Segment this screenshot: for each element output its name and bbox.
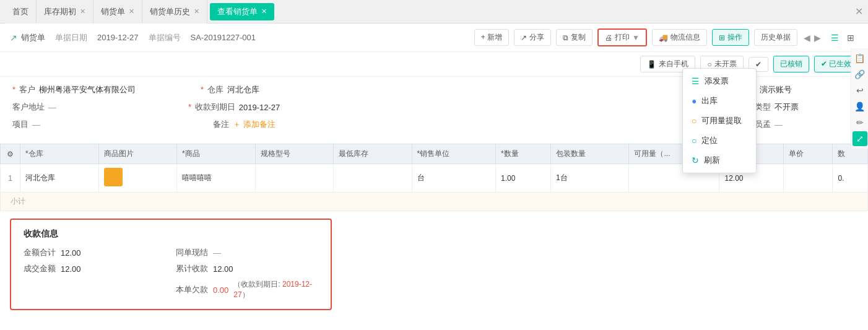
tab-sales-history[interactable]: 销货单历史 ✕ — [142, 0, 207, 24]
product-image — [104, 168, 123, 186]
row-quantity: 1.00 — [496, 164, 551, 193]
owed-value: 0.00 — [213, 285, 228, 295]
address-field: 客户地址 — — [12, 102, 136, 113]
same-order-value: — — [213, 248, 221, 258]
col-sales-unit: *销售单位 — [412, 144, 496, 164]
col-product: *商品 — [177, 144, 256, 164]
edit-icon: ✏ — [856, 118, 864, 128]
share-button[interactable]: ↗ 分享 — [514, 29, 551, 46]
number-label: 单据编号 — [149, 32, 181, 43]
add-invoice-item[interactable]: ☰ 添发票 — [683, 71, 756, 91]
warehouse-label: * 仓库 — [201, 84, 224, 95]
outbound-icon: ● — [692, 96, 697, 106]
col-image: 商品图片 — [98, 144, 177, 164]
warehouse-value: 河北仓库 — [227, 84, 259, 95]
customer-label: * 客户 — [12, 84, 35, 95]
copy-icon: ⧉ — [563, 33, 568, 42]
rt-expand-button[interactable]: ⤢ — [853, 131, 867, 146]
refresh-item[interactable]: ↻ 刷新 — [683, 150, 756, 170]
row-amount: 0. — [833, 164, 868, 193]
subtotal-row: 小计 — [1, 193, 868, 211]
col-warehouse: *仓库 — [20, 144, 99, 164]
owed-item — [24, 279, 166, 300]
doc-title-area: ↗ 销货单 — [10, 32, 45, 43]
project-value: — — [32, 120, 40, 129]
due-date-value: 2019-12-27 — [239, 103, 280, 112]
history-button[interactable]: 历史单据 — [754, 29, 797, 46]
col-quantity: *数量 — [496, 144, 551, 164]
date-label: 单据日期 — [55, 32, 87, 43]
staff2-value: — — [775, 120, 783, 129]
prev-arrow[interactable]: ◀ — [802, 33, 812, 43]
tab-sales-order[interactable]: 销货单 ✕ — [93, 0, 142, 24]
grid-view-button[interactable]: ⊞ — [843, 30, 858, 45]
refresh-icon: ↻ — [692, 155, 699, 165]
warehouse-field: * 仓库 河北仓库 — [201, 84, 324, 95]
transaction-value: 12.00 — [61, 264, 81, 274]
available-icon: ○ — [692, 116, 697, 126]
expand-icon: ⤢ — [856, 134, 864, 144]
project-field: 项目 — — [12, 119, 136, 130]
rt-user-button[interactable]: 👤 — [853, 99, 867, 114]
row-image — [98, 164, 177, 193]
rt-reply-button[interactable]: ↩ — [853, 83, 867, 98]
row-min-stock — [334, 164, 412, 193]
same-order-label: 同单现结 — [176, 247, 208, 258]
view-toggle: ☰ ⊞ — [827, 30, 858, 45]
col-spec: 规格型号 — [255, 144, 334, 164]
doc-icon: ↗ — [10, 33, 17, 43]
ticket-value: 不开票 — [775, 102, 799, 113]
transaction-item: 成交金额 12.00 — [24, 263, 166, 274]
mobile-icon: 📱 — [647, 60, 656, 69]
tab-close-view-sales[interactable]: ✕ — [261, 7, 267, 15]
print-button[interactable]: 🖨 打印 ▼ — [597, 28, 647, 46]
right-toolbar: 📋 🔗 ↩ 👤 ✏ ⤢ — [851, 48, 868, 149]
number-value: SA-20191227-001 — [191, 33, 256, 42]
row-number: 1 — [1, 164, 20, 193]
window-close-button[interactable]: ✕ — [855, 6, 863, 17]
confirmed-status[interactable]: 已核销 — [773, 56, 809, 72]
tab-inventory-init[interactable]: 库存期初 ✕ — [37, 0, 93, 24]
outbound-item[interactable]: ● 出库 — [683, 91, 756, 111]
row-warehouse: 河北仓库 — [20, 164, 99, 193]
address-value: — — [48, 103, 56, 112]
customer-field: * 客户 柳州粤港平安气体有限公司 — [12, 84, 136, 95]
truck-icon: 🚚 — [659, 33, 668, 42]
copy-button[interactable]: ⧉ 复制 — [556, 29, 592, 46]
add-note-button[interactable]: ＋ 添加备注 — [233, 119, 276, 130]
locate-item[interactable]: ○ 定位 — [683, 131, 756, 150]
owed-full-item: 本单欠款 0.00 （收款到期日: 2019-12-27） — [176, 279, 318, 300]
grid-icon: ⊞ — [719, 33, 725, 42]
tab-view-sales[interactable]: 查看销货单 ✕ — [210, 3, 274, 20]
col-settings: ⚙ — [1, 144, 20, 164]
staff-value: 演示账号 — [760, 84, 792, 95]
operations-button[interactable]: ⊞ 操作 — [712, 29, 749, 46]
rt-clipboard-button[interactable]: 📋 — [853, 51, 867, 66]
doc-actions: + 新增 ↗ 分享 ⧉ 复制 🖨 打印 ▼ 🚚 物流信息 ⊞ 操作 — [474, 28, 858, 46]
subtotal-label: 小计 — [1, 193, 868, 211]
confirm-icon: ✔ — [755, 60, 762, 69]
cumulative-item: 累计收款 12.00 — [176, 263, 318, 274]
nav-arrows: ◀ ▶ — [802, 33, 822, 43]
list-view-button[interactable]: ☰ — [827, 30, 842, 45]
logistics-button[interactable]: 🚚 物流信息 — [652, 29, 707, 46]
tab-close-history[interactable]: ✕ — [194, 7, 199, 15]
next-arrow[interactable]: ▶ — [813, 33, 822, 43]
rt-link-button[interactable]: 🔗 — [853, 67, 867, 82]
new-button[interactable]: + 新增 — [474, 29, 509, 46]
locate-icon: ○ — [692, 136, 697, 145]
due-note: （收款到期日: 2019-12-27） — [233, 279, 318, 300]
tab-home[interactable]: 首页 — [5, 0, 37, 24]
available-extract-item[interactable]: ○ 可用量提取 — [683, 111, 756, 131]
rt-edit-button[interactable]: ✏ — [853, 115, 867, 130]
tab-close-inventory[interactable]: ✕ — [80, 7, 85, 15]
cumulative-label: 累计收款 — [176, 263, 208, 274]
row-price — [783, 164, 833, 193]
print-icon: 🖨 — [605, 33, 612, 42]
plus-icon: ＋ — [233, 119, 241, 129]
total-amount-value: 12.00 — [61, 248, 81, 258]
tab-close-sales[interactable]: ✕ — [129, 7, 134, 15]
date-value: 2019-12-27 — [97, 33, 139, 42]
transaction-label: 成交金额 — [24, 263, 56, 274]
payment-info-box: 收款信息 金额合计 12.00 同单现结 — 成交金额 12.00 累计收款 1… — [10, 219, 332, 310]
